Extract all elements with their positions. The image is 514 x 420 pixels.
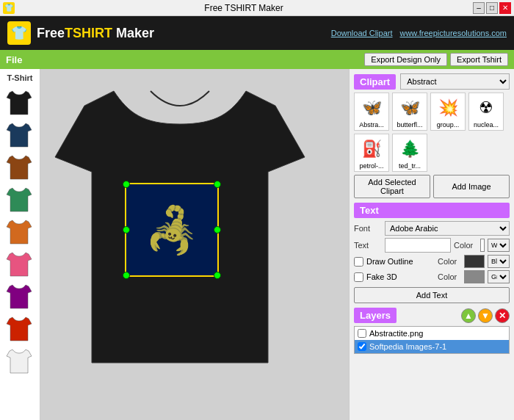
title-tshirt: TSHIRT — [65, 26, 112, 40]
maximize-button[interactable]: □ — [486, 2, 498, 14]
layer-delete-button[interactable]: ✕ — [495, 308, 510, 323]
app-title: FreeTSHIRT Maker — [37, 26, 154, 41]
layers-section: Layers ▲ ▼ ✕ Abstractite.png Softpedia I… — [354, 308, 510, 354]
titlebar-title: Free TSHIRT Maker — [15, 3, 473, 13]
right-panel: Clipart Abstract 🦋 Abstra... 🦋 butterfl.… — [349, 69, 514, 420]
layer-label-1: Softpedia Images-7-1 — [369, 342, 446, 351]
handle-middle-right[interactable] — [214, 226, 221, 233]
layer-item-1[interactable]: Softpedia Images-7-1 — [355, 340, 509, 353]
color-label-1: Color — [454, 241, 477, 250]
layer-checkbox-0[interactable] — [358, 329, 366, 338]
layer-checkbox-1[interactable] — [358, 342, 366, 351]
clipart-label-5: ted_tr... — [394, 162, 425, 170]
layers-header-row: Layers ▲ ▼ ✕ — [354, 308, 510, 323]
tshirt-color-dark-blue[interactable] — [3, 119, 35, 151]
text-input[interactable] — [385, 238, 451, 253]
text-section-header: Text — [354, 203, 510, 218]
app-logo: 👕 FreeTSHIRT Maker — [7, 21, 154, 45]
app-links: Download Clipart www.freepicturesolution… — [331, 29, 507, 37]
clipart-icon-3: ☢ — [473, 95, 499, 121]
handle-top-left[interactable] — [123, 181, 130, 188]
export-design-button[interactable]: Export Design Only — [364, 53, 447, 66]
title-maker: Maker — [112, 26, 154, 40]
layer-up-button[interactable]: ▲ — [461, 308, 476, 323]
clipart-grid: 🦋 Abstra... 🦋 butterfl... 💥 group... ☢ n… — [354, 93, 510, 172]
add-text-button[interactable]: Add Text — [354, 287, 510, 303]
logo-icon: 👕 — [7, 21, 31, 45]
clipart-label-3: nuclea... — [471, 121, 502, 128]
font-select[interactable]: Adobe Arabic — [385, 221, 510, 236]
layer-label-0: Abstractite.png — [369, 329, 423, 338]
clipart-item-3[interactable]: ☢ nuclea... — [468, 93, 504, 131]
handle-bottom-right[interactable] — [214, 272, 221, 279]
titlebar: 👕 Free TSHIRT Maker – □ ✕ — [0, 0, 514, 16]
color-label-2: Color — [438, 257, 461, 266]
color-select-3[interactable]: Gr — [488, 270, 510, 283]
website-link[interactable]: www.freepicturesolutions.com — [399, 29, 507, 37]
app-header: 👕 FreeTSHIRT Maker Download Clipart www.… — [0, 16, 514, 50]
clipart-label-1: butterfl... — [394, 121, 425, 128]
fake3d-checkbox[interactable] — [354, 272, 363, 282]
handle-top-right[interactable] — [214, 181, 221, 188]
handle-bottom-left[interactable] — [123, 272, 130, 279]
export-tshirt-button[interactable]: Export Tshirt — [450, 53, 508, 66]
design-image: 🦂 — [145, 204, 200, 256]
font-label: Font — [354, 224, 382, 233]
sidebar-label: T-Shirt — [3, 73, 37, 82]
tshirt-color-white[interactable] — [3, 345, 35, 377]
add-clipart-button[interactable]: Add Selected Clipart — [354, 175, 430, 198]
color-box-2[interactable] — [464, 255, 485, 268]
clipart-icon-2: 💥 — [435, 95, 461, 121]
tshirt-color-green[interactable] — [3, 184, 35, 216]
tshirt-color-pink[interactable] — [3, 248, 35, 280]
clipart-buttons: Add Selected Clipart Add Image — [354, 175, 510, 198]
tshirt-color-purple[interactable] — [3, 280, 35, 313]
close-button[interactable]: ✕ — [499, 2, 511, 14]
color-box-1[interactable] — [480, 239, 485, 252]
canvas-area[interactable]: SOFTPEDIA 🦂 — [40, 69, 349, 420]
download-clipart-link[interactable]: Download Clipart — [331, 29, 393, 37]
clipart-item-4[interactable]: ⛽ petrol-... — [354, 134, 389, 172]
tshirt-color-brown[interactable] — [3, 151, 35, 184]
clipart-category-select[interactable]: Abstract — [400, 73, 510, 90]
clipart-label-0: Abstra... — [356, 121, 387, 128]
minimize-button[interactable]: – — [473, 2, 485, 14]
clipart-item-0[interactable]: 🦋 Abstra... — [354, 93, 389, 131]
tshirt-color-black[interactable] — [3, 87, 35, 119]
clipart-icon-1: 🦋 — [397, 95, 423, 121]
text-section: Text Font Adobe Arabic Text Color Wh — [354, 203, 510, 303]
color-box-3[interactable] — [464, 270, 485, 283]
file-menu[interactable]: File — [6, 54, 22, 65]
clipart-item-1[interactable]: 🦋 butterfl... — [392, 93, 427, 131]
clipart-icon-5: 🌲 — [397, 136, 423, 162]
design-overlay[interactable]: 🦂 — [125, 183, 219, 277]
sidebar: T-Shirt — [0, 69, 40, 420]
layer-item-0[interactable]: Abstractite.png — [355, 327, 509, 340]
clipart-label-4: petrol-... — [356, 162, 387, 170]
clipart-section-header: Clipart — [354, 74, 396, 90]
clipart-label-2: group... — [432, 121, 463, 128]
draw-outline-checkbox[interactable] — [354, 257, 363, 267]
add-image-button[interactable]: Add Image — [433, 175, 510, 198]
tshirt-color-orange[interactable] — [3, 216, 35, 248]
tshirt-color-red[interactable] — [3, 313, 35, 345]
handle-middle-left[interactable] — [123, 226, 130, 233]
titlebar-controls: – □ ✕ — [473, 2, 511, 14]
tshirt-swatches — [3, 87, 37, 377]
draw-outline-row: Draw Outline Color Bl — [354, 255, 510, 268]
fake3d-label: Fake 3D — [366, 272, 435, 281]
clipart-item-2[interactable]: 💥 group... — [430, 93, 466, 131]
font-row: Font Adobe Arabic — [354, 221, 510, 236]
clipart-item-5[interactable]: 🌲 ted_tr... — [392, 134, 427, 172]
layer-down-button[interactable]: ▼ — [478, 308, 493, 323]
fake3d-row: Fake 3D Color Gr — [354, 270, 510, 283]
color-select-1[interactable]: Wh — [488, 239, 510, 252]
layers-controls: ▲ ▼ ✕ — [461, 308, 510, 323]
clipart-section: Clipart Abstract 🦋 Abstra... 🦋 butterfl.… — [354, 73, 510, 198]
titlebar-icon: 👕 — [3, 2, 15, 14]
color-select-2[interactable]: Bl — [488, 255, 510, 268]
menubar-buttons: Export Design Only Export Tshirt — [364, 53, 508, 66]
main-content: T-Shirt — [0, 69, 514, 420]
clipart-icon-4: ⛽ — [358, 136, 385, 162]
tshirt-logo-icon: 👕 — [11, 25, 27, 41]
